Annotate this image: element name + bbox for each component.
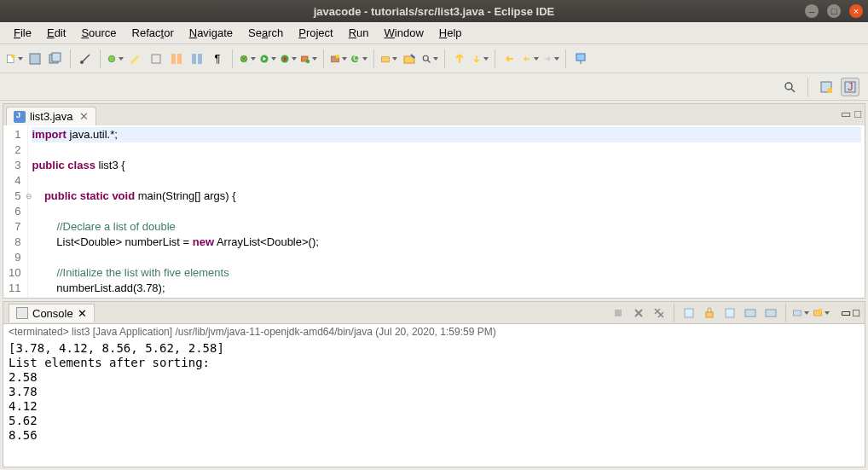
menu-refactor[interactable]: Refactor — [125, 24, 181, 42]
java-file-icon — [14, 111, 26, 123]
console-tab[interactable]: Console ✕ — [9, 304, 95, 322]
show-console-icon[interactable] — [741, 304, 760, 322]
svg-rect-7 — [152, 55, 160, 63]
svg-rect-15 — [284, 56, 286, 61]
svg-point-17 — [306, 59, 310, 63]
word-wrap-icon[interactable] — [720, 304, 739, 322]
remove-all-icon[interactable] — [650, 304, 668, 322]
minimize-view-icon[interactable]: ▭ — [841, 107, 851, 120]
save-all-icon[interactable] — [46, 49, 65, 68]
quick-access-icon[interactable] — [780, 78, 799, 96]
save-icon[interactable] — [26, 49, 44, 68]
paragraph-icon[interactable]: ¶ — [208, 49, 227, 68]
minimize-button[interactable]: – — [805, 4, 819, 18]
menu-project[interactable]: Project — [292, 24, 339, 42]
titlebar: javacode - tutorials/src/list3.java - Ec… — [0, 0, 868, 22]
perspective-toolbar: J — [0, 73, 868, 101]
workarea: list3.java ✕ ▭ □ 1234567891011 import ja… — [0, 101, 868, 470]
svg-rect-37 — [794, 310, 801, 316]
debug-perspective-icon[interactable] — [106, 49, 124, 68]
svg-rect-25 — [576, 54, 585, 61]
maximize-view-icon[interactable]: □ — [854, 107, 861, 120]
open-perspective-icon[interactable] — [817, 78, 836, 96]
svg-text:J: J — [848, 80, 854, 93]
link-icon[interactable] — [76, 49, 95, 68]
close-button[interactable]: × — [849, 4, 863, 18]
menubar: File Edit Source Refactor Navigate Searc… — [0, 22, 868, 44]
svg-point-5 — [80, 61, 84, 64]
prev-annotation-icon[interactable] — [450, 49, 469, 68]
svg-rect-4 — [52, 53, 61, 61]
menu-window[interactable]: Window — [378, 24, 431, 42]
close-tab-icon[interactable]: ✕ — [79, 110, 89, 123]
code-editor[interactable]: 1234567891011 import java.util.*;public … — [3, 125, 865, 298]
new-package-icon[interactable] — [329, 49, 348, 68]
pin-console-icon[interactable] — [761, 304, 780, 322]
svg-point-39 — [819, 308, 823, 312]
svg-rect-2 — [30, 54, 40, 64]
svg-rect-35 — [745, 310, 755, 316]
svg-point-1 — [11, 54, 15, 58]
pin-icon[interactable] — [571, 49, 590, 68]
highlight-icon[interactable] — [126, 49, 145, 68]
svg-rect-31 — [615, 310, 622, 316]
console-icon — [16, 307, 28, 319]
window-title: javacode - tutorials/src/list3.java - Ec… — [0, 5, 868, 18]
svg-point-24 — [423, 55, 428, 61]
toggle-mark-icon[interactable] — [167, 49, 186, 68]
svg-point-19 — [336, 54, 340, 58]
search-icon[interactable] — [420, 49, 439, 68]
show-whitespace-icon[interactable] — [188, 49, 206, 68]
editor-tab[interactable]: list3.java ✕ — [6, 107, 96, 125]
close-console-icon[interactable]: ✕ — [78, 307, 87, 320]
svg-rect-11 — [198, 54, 202, 64]
java-perspective-icon[interactable]: J — [841, 78, 859, 96]
svg-rect-34 — [726, 309, 734, 317]
open-type-icon[interactable] — [379, 49, 398, 68]
editor-tab-label: list3.java — [30, 110, 73, 123]
clear-console-icon[interactable] — [680, 304, 698, 322]
next-annotation-icon[interactable] — [471, 49, 489, 68]
console-pane: Console ✕ ▭ □ <terminated> li — [3, 301, 865, 467]
console-info: <terminated> list3 [Java Application] /u… — [3, 324, 865, 339]
svg-rect-9 — [177, 54, 182, 64]
new-icon[interactable] — [5, 49, 24, 68]
main-toolbar: ¶ C — [0, 44, 868, 73]
open-task-icon[interactable] — [400, 49, 419, 68]
svg-point-28 — [827, 88, 832, 93]
coverage-icon[interactable] — [279, 49, 298, 68]
svg-point-6 — [108, 55, 115, 62]
toggle-block-icon[interactable] — [147, 49, 165, 68]
last-edit-icon[interactable] — [501, 49, 519, 68]
menu-help[interactable]: Help — [432, 24, 469, 42]
console-output[interactable]: [3.78, 4.12, 8.56, 5.62, 2.58] List elem… — [3, 339, 865, 467]
forward-icon[interactable] — [541, 49, 560, 68]
scroll-lock-icon[interactable] — [700, 304, 719, 322]
svg-rect-36 — [766, 310, 776, 316]
menu-edit[interactable]: Edit — [40, 24, 72, 42]
editor-pane: list3.java ✕ ▭ □ 1234567891011 import ja… — [3, 103, 865, 299]
console-min-icon[interactable]: ▭ — [841, 306, 851, 319]
open-console-icon[interactable] — [812, 304, 830, 322]
new-class-icon[interactable]: C — [350, 49, 368, 68]
svg-rect-33 — [706, 312, 713, 317]
console-max-icon[interactable]: □ — [853, 306, 859, 319]
maximize-button[interactable]: □ — [827, 4, 841, 18]
menu-search[interactable]: Search — [241, 24, 290, 42]
svg-point-26 — [785, 83, 792, 90]
svg-text:C: C — [353, 53, 359, 62]
run-last-icon[interactable] — [299, 49, 318, 68]
editor-tabbar: list3.java ✕ ▭ □ — [3, 104, 865, 125]
remove-launch-icon[interactable] — [629, 304, 648, 322]
display-selected-icon[interactable] — [791, 304, 810, 322]
svg-rect-10 — [192, 54, 196, 64]
debug-icon[interactable] — [238, 49, 257, 68]
menu-navigate[interactable]: Navigate — [182, 24, 240, 42]
run-icon[interactable] — [258, 49, 277, 68]
menu-file[interactable]: File — [7, 24, 38, 42]
back-icon[interactable] — [521, 49, 540, 68]
menu-source[interactable]: Source — [74, 24, 123, 42]
menu-run[interactable]: Run — [342, 24, 376, 42]
terminate-relaunch-icon[interactable] — [609, 304, 628, 322]
svg-rect-8 — [171, 54, 176, 64]
